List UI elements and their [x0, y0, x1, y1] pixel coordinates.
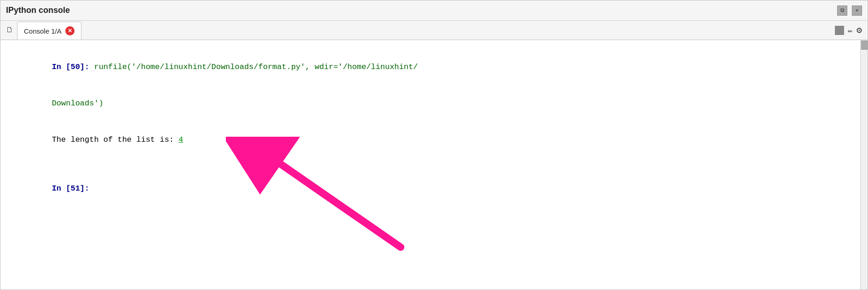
console-output-50: The length of the list is: 4 [14, 122, 854, 158]
scrollbar-thumb[interactable] [861, 41, 868, 50]
prompt-in-51: In [51]: [52, 184, 90, 193]
code-50-cont: Downloads') [52, 99, 103, 108]
tab-close-button[interactable]: ✕ [65, 26, 75, 35]
window-title: IPython console [6, 6, 70, 15]
pencil-icon[interactable]: ✏ [848, 25, 853, 35]
prompt-in-50: In [50]: [52, 63, 90, 71]
title-bar-controls: ⧉ ✕ [837, 6, 862, 16]
new-console-button[interactable]: 🗋 [2, 21, 17, 40]
stop-button[interactable] [835, 26, 844, 35]
scrollbar-track[interactable] [860, 40, 868, 290]
output-text-50: The length of the list is: [52, 135, 178, 144]
gear-icon[interactable]: ⚙ [857, 24, 862, 36]
output-value-50: 4 [178, 135, 183, 144]
ipython-window: IPython console ⧉ ✕ 🗋 Console 1/A ✕ ✏ ⚙ … [0, 0, 868, 290]
console-input-50: In [50]: runfile('/home/linuxhint/Downlo… [14, 49, 854, 86]
restore-button[interactable]: ⧉ [837, 6, 847, 16]
title-bar: IPython console ⧉ ✕ [0, 0, 868, 21]
code-50: runfile('/home/linuxhint/Downloads/forma… [89, 63, 418, 71]
blank-line [14, 158, 854, 170]
tab-bar: 🗋 Console 1/A ✕ ✏ ⚙ [0, 21, 868, 40]
toolbar-right: ✏ ⚙ [835, 21, 868, 40]
tab-label: Console 1/A [24, 27, 62, 35]
new-console-icon: 🗋 [6, 26, 13, 35]
tab-console-1a[interactable]: Console 1/A ✕ [17, 22, 81, 40]
console-input-50-cont: Downloads') [14, 86, 854, 122]
console-area[interactable]: In [50]: runfile('/home/linuxhint/Downlo… [0, 40, 868, 290]
close-button[interactable]: ✕ [852, 6, 862, 16]
title-bar-left: IPython console [6, 6, 70, 15]
console-input-51: In [51]: [14, 170, 854, 207]
